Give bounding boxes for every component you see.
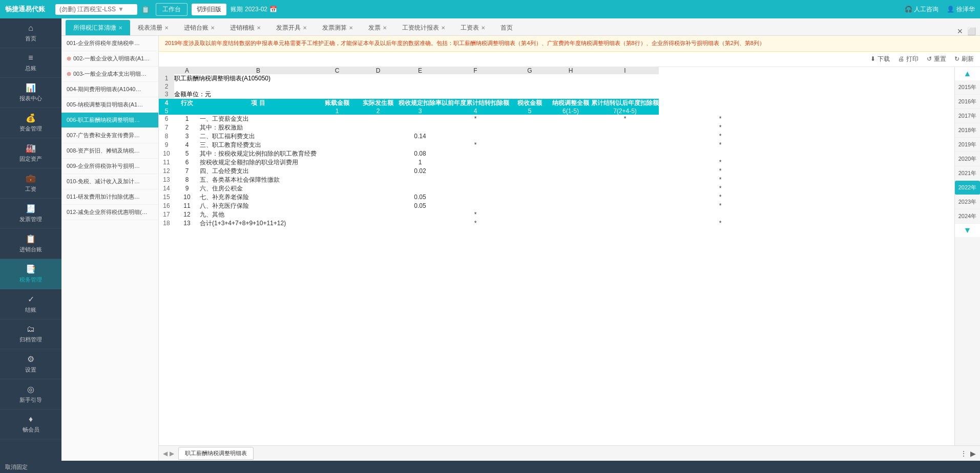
cell-1-8[interactable]: * bbox=[700, 115, 741, 123]
more-icon[interactable]: ⋮ bbox=[960, 449, 967, 458]
print-button[interactable]: 🖨 打印 bbox=[898, 55, 919, 63]
cell-5-7[interactable] bbox=[659, 149, 700, 158]
cell-12-5[interactable] bbox=[550, 210, 591, 219]
tab-所得税汇算清缴[interactable]: 所得税汇算清缴✕ bbox=[66, 20, 130, 35]
switch-button[interactable]: 切到旧版 bbox=[192, 4, 226, 15]
close-tab-icon[interactable]: ✕ bbox=[441, 25, 445, 31]
refresh-button[interactable]: ↻ 刷新 bbox=[954, 55, 974, 63]
sidebar-item-report[interactable]: 📊报表中心 bbox=[0, 78, 61, 108]
close-tab-icon[interactable]: ✕ bbox=[211, 25, 215, 31]
sidebar-item-archive[interactable]: 🗂归档管理 bbox=[0, 319, 61, 349]
cell-13-1[interactable] bbox=[358, 219, 399, 228]
tab-进销台账[interactable]: 进销台账✕ bbox=[176, 20, 222, 35]
cell-5-2[interactable]: 0.08 bbox=[399, 149, 442, 158]
cell-11-8[interactable]: * bbox=[700, 202, 741, 210]
user-menu[interactable]: 👤 徐泽华 bbox=[947, 5, 975, 14]
cell-2-6[interactable] bbox=[591, 123, 659, 132]
close-tab-icon[interactable]: ✕ bbox=[481, 25, 485, 31]
cell-9-8[interactable]: * bbox=[700, 184, 741, 193]
cell-1-5[interactable] bbox=[550, 115, 591, 123]
cell-1-3[interactable]: * bbox=[442, 115, 509, 123]
row-label[interactable]: 四、工会经费支出 bbox=[200, 167, 317, 176]
cell-3-1[interactable] bbox=[358, 132, 399, 141]
cell-9-0[interactable] bbox=[317, 184, 358, 193]
sheet-tab-active[interactable]: 职工薪酬纳税调整明细表 bbox=[178, 447, 254, 460]
cell-11-3[interactable] bbox=[442, 202, 509, 210]
tab-工资表[interactable]: 工资表✕ bbox=[453, 20, 493, 35]
year-item-2019年[interactable]: 2019年 bbox=[955, 138, 980, 152]
cell-6-4[interactable] bbox=[509, 158, 550, 167]
cell-4-8[interactable]: * bbox=[700, 141, 741, 149]
cell-6-0[interactable] bbox=[317, 158, 358, 167]
left-nav-item-006[interactable]: 006-职工薪酬纳税调整明细… bbox=[61, 113, 158, 128]
cell-8-0[interactable] bbox=[317, 176, 358, 184]
cell-12-7[interactable] bbox=[659, 210, 700, 219]
left-nav-item-001[interactable]: 001-企业所得税年度纳税申… bbox=[61, 36, 158, 51]
cell-2-8[interactable]: * bbox=[700, 123, 741, 132]
download-button[interactable]: ⬇ 下载 bbox=[870, 55, 890, 63]
cell-9-2[interactable] bbox=[399, 184, 442, 193]
year-item-2022年[interactable]: 2022年 bbox=[955, 181, 980, 195]
cell-9-4[interactable] bbox=[509, 184, 550, 193]
cell-3-2[interactable]: 0.14 bbox=[399, 132, 442, 141]
cell-8-3[interactable] bbox=[442, 176, 509, 184]
cell-7-7[interactable] bbox=[659, 167, 700, 176]
cell-12-8[interactable] bbox=[700, 210, 741, 219]
cell-13-7[interactable] bbox=[659, 219, 700, 228]
cell-7-2[interactable]: 0.02 bbox=[399, 167, 442, 176]
cell-10-5[interactable] bbox=[550, 193, 591, 202]
cell-3-5[interactable] bbox=[550, 132, 591, 141]
cell-12-6[interactable] bbox=[591, 210, 659, 219]
cell-5-1[interactable] bbox=[358, 149, 399, 158]
close-tab-icon[interactable]: ✕ bbox=[118, 25, 122, 31]
cell-1-6[interactable]: * bbox=[591, 115, 659, 123]
row-label[interactable]: 五、各类基本社会保障性缴款 bbox=[200, 176, 317, 184]
left-nav-item-009[interactable]: 009-企业所得税弥补亏损明… bbox=[61, 159, 158, 174]
sidebar-item-settle[interactable]: ✓结账 bbox=[0, 289, 61, 319]
cell-8-1[interactable] bbox=[358, 176, 399, 184]
row-label[interactable]: 三、职工教育经费支出 bbox=[200, 141, 317, 149]
right-arrow-icon[interactable]: ▶ bbox=[170, 450, 174, 457]
cell-8-2[interactable] bbox=[399, 176, 442, 184]
year-item-2020年[interactable]: 2020年 bbox=[955, 152, 980, 166]
cell-12-3[interactable]: * bbox=[442, 210, 509, 219]
close-tab-icon[interactable]: ✕ bbox=[349, 25, 353, 31]
cell-11-6[interactable] bbox=[591, 202, 659, 210]
maximize-button[interactable]: ⬜ bbox=[967, 27, 976, 35]
left-nav-item-010[interactable]: 010-免税、减计收入及加计… bbox=[61, 174, 158, 189]
close-tab-icon[interactable]: ✕ bbox=[383, 25, 387, 31]
sheet-nav-arrows[interactable]: ◀ ▶ bbox=[163, 450, 174, 457]
tab-进销稽核[interactable]: 进销稽核✕ bbox=[222, 20, 268, 35]
cell-3-3[interactable] bbox=[442, 132, 509, 141]
cell-6-5[interactable] bbox=[550, 158, 591, 167]
cell-6-3[interactable] bbox=[442, 158, 509, 167]
left-nav-item-011[interactable]: 011-研发费用加计扣除优惠… bbox=[61, 189, 158, 205]
tab-发票开具[interactable]: 发票开具✕ bbox=[268, 20, 315, 35]
cell-10-8[interactable]: * bbox=[700, 193, 741, 202]
cell-10-7[interactable] bbox=[659, 193, 700, 202]
cell-13-2[interactable] bbox=[399, 219, 442, 228]
tab-发票[interactable]: 发票✕ bbox=[361, 20, 394, 35]
cell-3-4[interactable] bbox=[509, 132, 550, 141]
cell-7-3[interactable] bbox=[442, 167, 509, 176]
cell-9-3[interactable] bbox=[442, 184, 509, 193]
cell-9-5[interactable] bbox=[550, 184, 591, 193]
cell-13-0[interactable] bbox=[317, 219, 358, 228]
close-tab-icon[interactable]: ✕ bbox=[303, 25, 307, 31]
cell-13-8[interactable]: * bbox=[700, 219, 741, 228]
row-label[interactable]: 其中：按税收规定比例扣除的职工教育经费 bbox=[200, 149, 317, 158]
left-arrow-icon[interactable]: ◀ bbox=[163, 450, 168, 457]
cell-10-3[interactable] bbox=[442, 193, 509, 202]
close-tab-icon[interactable]: ✕ bbox=[164, 25, 169, 31]
cell-4-0[interactable] bbox=[317, 141, 358, 149]
cancel-fixed-btn[interactable]: 取消固定 bbox=[5, 463, 28, 471]
cell-6-7[interactable] bbox=[659, 158, 700, 167]
cell-13-6[interactable] bbox=[591, 219, 659, 228]
cell-4-7[interactable] bbox=[659, 141, 700, 149]
cell-8-6[interactable] bbox=[591, 176, 659, 184]
cell-3-8[interactable]: * bbox=[700, 132, 741, 141]
cell-5-8[interactable] bbox=[700, 149, 741, 158]
cell-8-7[interactable] bbox=[659, 176, 700, 184]
row-label[interactable]: 九、其他 bbox=[200, 210, 317, 219]
left-nav-item-003[interactable]: ⊗003-一般企业成本支出明细… bbox=[61, 67, 158, 82]
